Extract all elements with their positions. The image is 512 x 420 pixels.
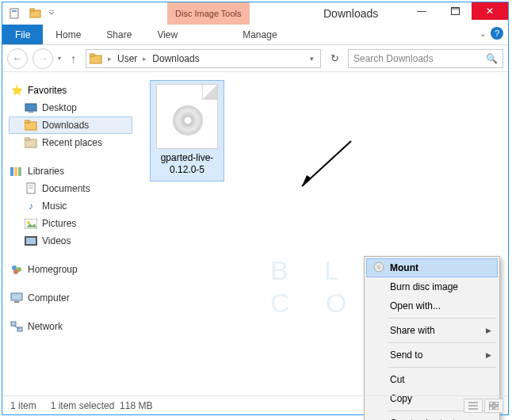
videos-icon bbox=[25, 235, 37, 247]
ctx-open-with[interactable]: Open with... bbox=[366, 296, 498, 315]
crumb-user[interactable]: User bbox=[117, 53, 137, 64]
help-icon[interactable]: ? bbox=[491, 27, 503, 40]
back-button[interactable]: ← bbox=[7, 48, 28, 69]
svg-rect-41 bbox=[495, 407, 499, 410]
music-icon: ♪ bbox=[25, 200, 37, 212]
search-icon: 🔍 bbox=[486, 53, 498, 64]
svg-rect-29 bbox=[14, 301, 19, 303]
submenu-arrow-icon: ▶ bbox=[486, 351, 491, 359]
svg-rect-30 bbox=[11, 322, 16, 326]
svg-rect-17 bbox=[18, 167, 21, 176]
maximize-button[interactable] bbox=[438, 2, 472, 20]
ctx-label: Open with... bbox=[390, 300, 441, 311]
path-dropdown-icon[interactable]: ▾ bbox=[310, 55, 317, 63]
thumbnails-view-button[interactable] bbox=[484, 399, 503, 413]
nav-music[interactable]: ♪Music bbox=[9, 197, 132, 215]
nav-documents[interactable]: Documents bbox=[9, 180, 132, 197]
network-icon bbox=[10, 320, 23, 333]
svg-rect-39 bbox=[495, 402, 499, 405]
tab-view[interactable]: View bbox=[144, 25, 190, 44]
nav-item-label: Music bbox=[42, 200, 67, 212]
ctx-share-with[interactable]: Share with▶ bbox=[366, 321, 498, 340]
new-folder-icon[interactable] bbox=[26, 5, 45, 22]
nav-item-label: Libraries bbox=[28, 166, 64, 177]
svg-rect-21 bbox=[25, 219, 37, 229]
close-button[interactable]: ✕ bbox=[472, 2, 508, 20]
svg-rect-28 bbox=[11, 293, 22, 300]
separator bbox=[388, 318, 496, 319]
nav-pictures[interactable]: Pictures bbox=[9, 215, 132, 232]
svg-rect-0 bbox=[10, 9, 18, 18]
chevron-right-icon[interactable]: ▸ bbox=[105, 55, 114, 63]
ctx-label: Send to bbox=[390, 349, 422, 361]
properties-icon[interactable] bbox=[6, 5, 25, 22]
forward-button[interactable]: → bbox=[32, 48, 53, 69]
tab-file[interactable]: File bbox=[2, 25, 43, 44]
nav-item-label: Recent places bbox=[42, 137, 102, 148]
folder-icon bbox=[25, 119, 37, 132]
address-bar: ← → ▾ ↑ ▸ User ▸ Downloads ▾ ↻ Search Do… bbox=[2, 45, 508, 72]
svg-rect-24 bbox=[26, 238, 36, 244]
nav-desktop[interactable]: Desktop bbox=[9, 99, 132, 116]
recent-icon bbox=[25, 136, 37, 149]
explorer-body: ⭐Favorites Desktop Downloads Recent plac… bbox=[2, 72, 508, 395]
folder-icon bbox=[90, 52, 102, 65]
svg-rect-8 bbox=[90, 54, 94, 56]
status-bar: 1 item 1 item selected 118 MB bbox=[2, 395, 508, 414]
nav-pane: ⭐Favorites Desktop Downloads Recent plac… bbox=[2, 72, 136, 395]
nav-item-label: Videos bbox=[42, 235, 71, 246]
svg-rect-14 bbox=[25, 138, 29, 140]
disc-image-icon bbox=[156, 84, 218, 149]
svg-rect-40 bbox=[489, 407, 493, 410]
nav-libraries-header[interactable]: Libraries bbox=[9, 162, 132, 180]
svg-rect-15 bbox=[10, 167, 13, 176]
ctx-mount[interactable]: Mount bbox=[366, 258, 498, 277]
file-list[interactable]: B L E E C O M P gparted-live-0.12.0-5 Mo… bbox=[136, 72, 508, 395]
tab-share[interactable]: Share bbox=[94, 25, 144, 44]
nav-downloads[interactable]: Downloads bbox=[9, 116, 132, 134]
qat-dropdown-icon[interactable] bbox=[47, 10, 56, 17]
svg-point-27 bbox=[13, 269, 18, 274]
ctx-send-to[interactable]: Send to▶ bbox=[366, 346, 498, 365]
separator bbox=[388, 342, 496, 343]
titlebar: Disc Image Tools Downloads — ✕ bbox=[2, 2, 508, 25]
documents-icon bbox=[25, 182, 37, 195]
nav-homegroup[interactable]: Homegroup bbox=[9, 261, 132, 278]
svg-point-22 bbox=[27, 221, 30, 224]
ribbon-expand-icon[interactable]: ⌄ bbox=[480, 29, 486, 38]
quick-access-toolbar bbox=[2, 5, 56, 22]
nav-item-label: Documents bbox=[42, 183, 90, 194]
breadcrumb[interactable]: ▸ User ▸ Downloads ▾ bbox=[86, 49, 321, 68]
file-item[interactable]: gparted-live-0.12.0-5 bbox=[150, 80, 224, 181]
disc-icon bbox=[372, 262, 386, 275]
tab-home[interactable]: Home bbox=[43, 25, 94, 44]
history-dropdown-icon[interactable]: ▾ bbox=[58, 55, 61, 62]
nav-item-label: Computer bbox=[28, 292, 70, 304]
nav-network[interactable]: Network bbox=[9, 318, 132, 335]
search-placeholder: Search Downloads bbox=[353, 53, 434, 64]
crumb-downloads[interactable]: Downloads bbox=[152, 53, 199, 64]
ctx-create-shortcut[interactable]: Create shortcut bbox=[366, 414, 498, 420]
nav-item-label: Homegroup bbox=[28, 264, 78, 275]
star-icon: ⭐ bbox=[10, 84, 23, 97]
separator bbox=[388, 367, 496, 368]
search-input[interactable]: Search Downloads 🔍 bbox=[348, 49, 503, 68]
svg-rect-3 bbox=[30, 9, 34, 11]
nav-videos[interactable]: Videos bbox=[9, 232, 132, 250]
chevron-right-icon[interactable]: ▸ bbox=[140, 55, 149, 63]
ribbon-contextual-tab: Disc Image Tools bbox=[167, 2, 250, 25]
refresh-button[interactable]: ↻ bbox=[326, 52, 343, 64]
up-button[interactable]: ↑ bbox=[66, 52, 81, 65]
tab-manage[interactable]: Manage bbox=[230, 25, 289, 44]
details-view-button[interactable] bbox=[464, 399, 483, 413]
svg-rect-12 bbox=[25, 120, 29, 123]
ctx-burn[interactable]: Burn disc image bbox=[366, 277, 498, 296]
nav-favorites-header[interactable]: ⭐Favorites bbox=[9, 82, 132, 99]
minimize-button[interactable]: — bbox=[405, 2, 438, 20]
ctx-cut[interactable]: Cut bbox=[366, 370, 498, 389]
nav-computer[interactable]: Computer bbox=[9, 289, 132, 307]
computer-icon bbox=[10, 292, 23, 304]
homegroup-icon bbox=[10, 263, 23, 276]
submenu-arrow-icon: ▶ bbox=[486, 326, 491, 334]
nav-recent[interactable]: Recent places bbox=[9, 134, 132, 151]
